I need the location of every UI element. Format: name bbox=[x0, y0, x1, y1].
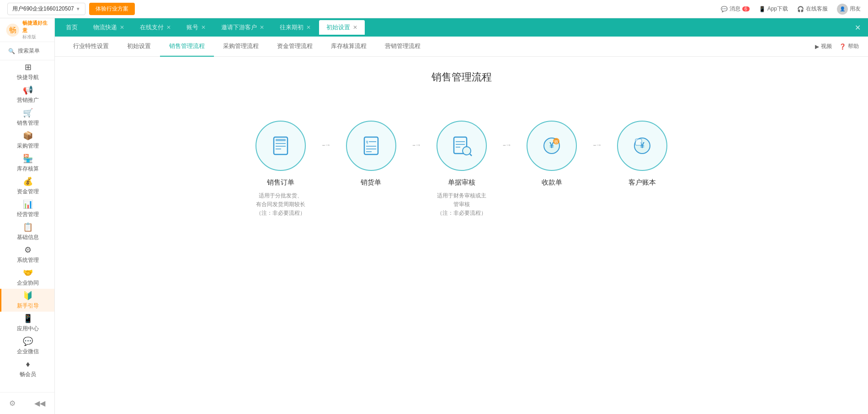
sidebar-item-app-center[interactable]: 📱应用中心 bbox=[0, 312, 54, 334]
sidebar-label-system: 系统管理 bbox=[17, 256, 39, 264]
sidebar-item-wechat[interactable]: 💬企业微信 bbox=[0, 334, 54, 357]
sales-icon: 🛒 bbox=[23, 108, 33, 118]
sidebar-item-member[interactable]: ♦畅会员 bbox=[0, 357, 54, 380]
page-title: 销售管理流程 bbox=[64, 70, 859, 84]
sub-tab-label-finance-flow: 资金管理流程 bbox=[277, 42, 313, 50]
sidebar-bottom: ⚙ ◀◀ bbox=[0, 392, 54, 414]
close-tab-invite-icon[interactable]: ✕ bbox=[260, 24, 264, 31]
wechat-icon: 💬 bbox=[23, 336, 33, 346]
sub-tab-label-sales-flow: 销售管理流程 bbox=[169, 42, 205, 50]
settings-icon[interactable]: ⚙ bbox=[6, 396, 18, 410]
sub-tab-label-industry: 行业特性设置 bbox=[73, 42, 109, 50]
logo-icon: 畅 bbox=[5, 22, 20, 38]
operations-icon: 📊 bbox=[23, 199, 33, 209]
nav-tab-logistics[interactable]: 物流快递✕ bbox=[86, 20, 132, 35]
message-icon: 💬 bbox=[721, 6, 728, 12]
sidebar-item-operations[interactable]: 📊经营管理 bbox=[0, 197, 54, 220]
close-tab-init-settings-icon[interactable]: ✕ bbox=[353, 24, 357, 31]
sidebar-item-inventory[interactable]: 🏪库存核算 bbox=[0, 152, 54, 175]
sub-tab-label-marketing-flow: 营销管理流程 bbox=[385, 42, 421, 50]
user-selector-label: 用户690企业1660120507 bbox=[12, 5, 74, 13]
top-bar-right: 💬 消息 6 📱 App下载 🎧 在线客服 👤 用友 bbox=[721, 4, 861, 15]
user-selector[interactable]: 用户690企业1660120507 ▼ bbox=[7, 3, 85, 15]
flow-arrow-3: ···→ bbox=[503, 121, 511, 149]
nav-tab-invite[interactable]: 邀请下游客户✕ bbox=[214, 20, 272, 35]
sidebar-item-basic-info[interactable]: 📋基础信息 bbox=[0, 220, 54, 243]
sub-tab-purchase-flow[interactable]: 采购管理流程 bbox=[214, 37, 268, 57]
app-center-icon: 📱 bbox=[23, 313, 33, 324]
flow-item-receipt[interactable]: ¥ 收 收款单 bbox=[511, 121, 593, 191]
flow-label-sales-invoice: 销货单 bbox=[361, 178, 381, 187]
nav-tab-init-settings[interactable]: 初始设置✕ bbox=[319, 20, 365, 35]
sub-tab-marketing-flow[interactable]: 营销管理流程 bbox=[376, 37, 430, 57]
close-tab-account-icon[interactable]: ✕ bbox=[201, 24, 206, 31]
flow-item-sales-invoice[interactable]: 销货单 bbox=[330, 121, 412, 191]
logo-text-block: 畅捷通好生意 标准版 bbox=[22, 20, 49, 40]
sub-tab-init[interactable]: 初始设置 bbox=[118, 37, 160, 57]
close-tab-period-init-icon[interactable]: ✕ bbox=[306, 24, 311, 31]
close-all-tabs-icon[interactable]: ✕ bbox=[851, 23, 864, 32]
message-btn[interactable]: 💬 消息 6 bbox=[721, 5, 750, 13]
svg-rect-3 bbox=[276, 139, 286, 141]
close-tab-payment-icon[interactable]: ✕ bbox=[166, 24, 171, 31]
sidebar-item-purchase[interactable]: 📦采购管理 bbox=[0, 129, 54, 152]
flow-item-customer-ledger[interactable]: ¥ 客户账本 bbox=[601, 121, 683, 191]
avatar: 👤 bbox=[837, 4, 848, 15]
sidebar-label-finance: 资金管理 bbox=[17, 188, 39, 196]
nav-tab-payment[interactable]: 在线支付✕ bbox=[133, 20, 178, 35]
logo-sub-text: 标准版 bbox=[22, 34, 49, 40]
sidebar-label-guide: 新手引导 bbox=[17, 302, 39, 310]
headset-icon: 🎧 bbox=[797, 6, 804, 12]
sidebar-label-app-center: 应用中心 bbox=[17, 325, 39, 333]
flow-arrow-4: ···→ bbox=[593, 121, 601, 149]
help-btn[interactable]: ❓ 帮助 bbox=[839, 42, 859, 50]
user-avatar-btn[interactable]: 👤 用友 bbox=[837, 4, 861, 15]
sidebar-item-system[interactable]: ⚙系统管理 bbox=[0, 243, 54, 266]
sidebar-item-sales[interactable]: 🛒销售管理 bbox=[0, 106, 54, 129]
message-badge: 6 bbox=[742, 6, 750, 11]
sub-tab-inventory-flow[interactable]: 库存核算流程 bbox=[322, 37, 376, 57]
sub-tab-sales-flow[interactable]: 销售管理流程 bbox=[160, 37, 214, 57]
svg-line-17 bbox=[470, 154, 472, 156]
finance-icon: 💰 bbox=[23, 176, 33, 186]
service-btn[interactable]: 🎧 在线客服 bbox=[797, 5, 828, 13]
nav-tab-label-period-init: 往来期初 bbox=[280, 23, 304, 32]
close-tab-logistics-icon[interactable]: ✕ bbox=[120, 24, 124, 31]
sidebar-item-collab[interactable]: 🤝企业协同 bbox=[0, 266, 54, 289]
collab-icon: 🤝 bbox=[23, 268, 33, 278]
user-icon: 👤 bbox=[840, 6, 845, 11]
app-icon: 📱 bbox=[759, 6, 766, 12]
flow-circle-sales-order bbox=[256, 121, 306, 171]
sidebar-items: ⊞快捷导航📢营销推广🛒销售管理📦采购管理🏪库存核算💰资金管理📊经营管理📋基础信息… bbox=[0, 60, 54, 392]
flow-label-doc-review: 单据审核 bbox=[448, 178, 475, 187]
video-help-btn[interactable]: ▶ 视频 bbox=[815, 42, 832, 50]
nav-tab-period-init[interactable]: 往来期初✕ bbox=[272, 20, 318, 35]
nav-tab-home[interactable]: 首页 bbox=[59, 20, 85, 35]
sub-tab-industry[interactable]: 行业特性设置 bbox=[64, 37, 118, 57]
flow-desc-doc-review: 适用于财务审核或主管审核（注：非必要流程） bbox=[437, 191, 486, 218]
nav-tab-label-account: 账号 bbox=[186, 23, 198, 32]
help-label: 帮助 bbox=[848, 42, 859, 50]
main-content: 行业特性设置初始设置销售管理流程采购管理流程资金管理流程库存核算流程营销管理流程… bbox=[55, 37, 868, 414]
quick-nav-icon: ⊞ bbox=[25, 62, 32, 72]
sub-tab-finance-flow[interactable]: 资金管理流程 bbox=[268, 37, 322, 57]
svg-rect-24 bbox=[635, 139, 642, 145]
trial-button[interactable]: 体验行业方案 bbox=[89, 3, 135, 15]
sidebar-item-marketing[interactable]: 📢营销推广 bbox=[0, 83, 54, 106]
nav-tab-account[interactable]: 账号✕ bbox=[179, 20, 213, 35]
sidebar-item-guide[interactable]: 🔰新手引导 bbox=[0, 289, 54, 312]
sidebar-item-finance[interactable]: 💰资金管理 bbox=[0, 175, 54, 197]
flow-item-doc-review[interactable]: 单据审核适用于财务审核或主管审核（注：非必要流程） bbox=[421, 121, 503, 218]
collapse-icon[interactable]: ◀◀ bbox=[32, 396, 48, 410]
dropdown-arrow-icon: ▼ bbox=[76, 6, 80, 11]
sidebar-item-quick-nav[interactable]: ⊞快捷导航 bbox=[0, 60, 54, 83]
flow-item-sales-order[interactable]: 销售订单适用于分批发货、有合同发货周期较长（注：非必要流程） bbox=[240, 121, 322, 218]
sub-tabs-right: ▶ 视频 ❓ 帮助 bbox=[815, 42, 859, 50]
sidebar-logo: 畅 畅捷通好生意 标准版 bbox=[0, 18, 54, 42]
flow-label-sales-order: 销售订单 bbox=[267, 178, 294, 187]
sidebar-search[interactable]: 🔍 搜索菜单 bbox=[0, 42, 54, 60]
flow-label-receipt: 收款单 bbox=[542, 178, 562, 187]
app-download-btn[interactable]: 📱 App下载 bbox=[759, 5, 788, 13]
service-label: 在线客服 bbox=[806, 5, 828, 13]
sub-tab-label-init: 初始设置 bbox=[127, 42, 151, 50]
